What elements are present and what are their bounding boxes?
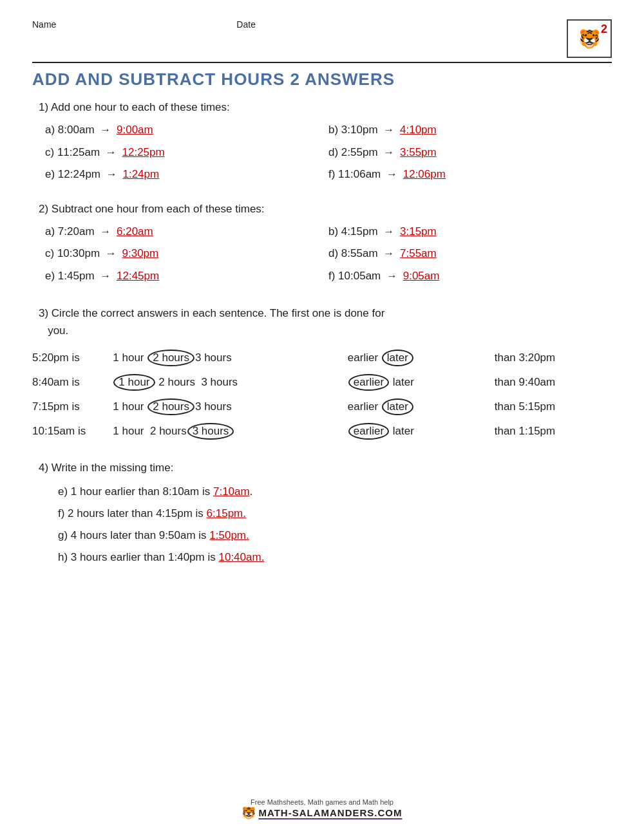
s4-item-e: e) 1 hour earlier than 8:10am is 7:10am. <box>58 481 612 503</box>
table-row: 7:15pm is 1 hour 2 hours3 hours earlier … <box>32 395 612 419</box>
section2: 2) Subtract one hour from each of these … <box>32 203 612 286</box>
section1-grid: a) 8:00am → 9:00am b) 3:10pm → 4:10pm c)… <box>45 120 612 185</box>
section2-grid: a) 7:20am → 6:20am b) 4:15pm → 3:15pm c)… <box>45 222 612 286</box>
s2-ans-d: 7:55am <box>400 247 437 259</box>
rel2: later <box>393 376 414 388</box>
opt1: 1 hour <box>113 425 144 437</box>
rel2: later <box>393 425 414 437</box>
section3-table: 5:20pm is 1 hour 2 hours3 hours earlier … <box>32 346 612 444</box>
rel-cell: earlier later <box>348 419 495 444</box>
rel-cell: earlier later <box>348 346 495 370</box>
time-cell: 7:15pm is <box>32 395 113 419</box>
footer-brand: MATH-SALAMANDERS.COM <box>258 807 402 819</box>
s4-ans-f: 6:15pm. <box>207 507 246 519</box>
result-cell: than 9:40am <box>495 370 612 395</box>
s1-row-c: c) 11:25am → 12:25pm <box>45 143 328 163</box>
rel2-circled: later <box>382 398 413 415</box>
opt3: 3 hours <box>201 376 238 388</box>
s2-row-a: a) 7:20am → 6:20am <box>45 222 328 242</box>
opt2: 2 hours <box>150 425 187 437</box>
name-date-labels: Name Date <box>32 19 256 30</box>
section1: 1) Add one hour to each of these times: … <box>32 101 612 185</box>
s1-ans-d: 3:55pm <box>400 146 437 158</box>
logo-num: 2 <box>601 23 607 36</box>
s2-ans-f: 9:05am <box>403 270 440 282</box>
opt2-circled: 2 hours <box>147 350 194 366</box>
opt3: 3 hours <box>195 351 232 364</box>
logo-icon: 🐯 <box>578 28 601 50</box>
section4-list: e) 1 hour earlier than 8:10am is 7:10am.… <box>45 481 612 568</box>
date-label: Date <box>236 19 256 30</box>
s4-item-f: f) 2 hours later than 4:15pm is 6:15pm. <box>58 503 612 525</box>
result-cell: than 5:15pm <box>495 395 612 419</box>
opt1: 1 hour <box>113 400 144 413</box>
s2-row-d: d) 8:55am → 7:55am <box>328 244 612 264</box>
s2-ans-c: 9:30pm <box>122 247 159 259</box>
opt1: 1 hour <box>113 351 144 364</box>
s1-row-d: d) 2:55pm → 3:55pm <box>328 143 612 163</box>
s1-ans-e: 1:24pm <box>122 168 159 180</box>
section4-heading: 4) Write in the missing time: <box>39 462 612 474</box>
table-row: 10:15am is 1 hour 2 hours3 hours earlier… <box>32 419 612 444</box>
options-cell: 1 hour 2 hours3 hours <box>113 346 348 370</box>
s2-row-e: e) 1:45pm → 12:45pm <box>45 267 328 286</box>
s1-row-b: b) 3:10pm → 4:10pm <box>328 120 612 140</box>
s1-row-e: e) 12:24pm → 1:24pm <box>45 165 328 185</box>
footer-tagline: Free Mathsheets, Math games and Math hel… <box>251 798 393 806</box>
name-label: Name <box>32 19 56 30</box>
footer-brand-text: ATH-SALAMANDERS.COM <box>267 807 402 818</box>
rel1-circled: earlier <box>348 374 389 391</box>
footer-math-icon: 🐯 <box>242 806 256 820</box>
s1-ans-a: 9:00am <box>117 124 153 136</box>
rel1-circled: earlier <box>348 423 389 440</box>
time-cell: 10:15am is <box>32 419 113 444</box>
rel1: earlier <box>348 351 378 364</box>
opt1-circled: 1 hour <box>113 374 155 391</box>
s2-row-c: c) 10:30pm → 9:30pm <box>45 244 328 264</box>
opt3: 3 hours <box>195 400 232 413</box>
s4-item-h: h) 3 hours earlier than 1:40pm is 10:40a… <box>58 547 612 568</box>
s2-row-f: f) 10:05am → 9:05am <box>328 267 612 286</box>
rel1: earlier <box>348 400 378 413</box>
top-bar: Name Date 2 🐯 <box>32 19 612 63</box>
footer: Free Mathsheets, Math games and Math hel… <box>242 798 402 820</box>
rel-cell: earlier later <box>348 370 495 395</box>
rel-cell: earlier later <box>348 395 495 419</box>
s4-ans-e: 7:10am <box>213 485 250 498</box>
result-cell: than 1:15pm <box>495 419 612 444</box>
opt2: 2 hours <box>158 376 195 388</box>
table-row: 8:40am is 1 hour 2 hours 3 hours earlier… <box>32 370 612 395</box>
options-cell: 1 hour 2 hours3 hours <box>113 395 348 419</box>
section1-heading: 1) Add one hour to each of these times: <box>39 101 612 114</box>
s1-row-f: f) 11:06am → 12:06pm <box>328 165 612 185</box>
s1-ans-f: 12:06pm <box>403 168 446 180</box>
s1-ans-b: 4:10pm <box>400 124 437 136</box>
section3-heading: 3) Circle the correct answers in each se… <box>39 304 612 339</box>
section3: 3) Circle the correct answers in each se… <box>32 304 612 444</box>
footer-logo: Free Mathsheets, Math games and Math hel… <box>242 798 402 820</box>
page-title: ADD AND SUBTRACT HOURS 2 ANSWERS <box>32 70 612 89</box>
options-cell: 1 hour 2 hours 3 hours <box>113 370 348 395</box>
s4-item-g: g) 4 hours later than 9:50am is 1:50pm. <box>58 525 612 547</box>
rel2-circled: later <box>382 350 413 366</box>
s2-ans-e: 12:45pm <box>117 270 159 282</box>
time-cell: 8:40am is <box>32 370 113 395</box>
opt2-circled: 2 hours <box>147 398 194 415</box>
s1-row-a: a) 8:00am → 9:00am <box>45 120 328 140</box>
logo-box: 2 🐯 <box>567 19 612 58</box>
section2-heading: 2) Subtract one hour from each of these … <box>39 203 612 216</box>
s4-ans-h: 10:40am. <box>218 551 264 563</box>
time-cell: 5:20pm is <box>32 346 113 370</box>
opt3-circled: 3 hours <box>187 423 234 440</box>
section4: 4) Write in the missing time: e) 1 hour … <box>32 462 612 568</box>
options-cell: 1 hour 2 hours3 hours <box>113 419 348 444</box>
s2-row-b: b) 4:15pm → 3:15pm <box>328 222 612 242</box>
result-cell: than 3:20pm <box>495 346 612 370</box>
s1-ans-c: 12:25pm <box>122 146 165 158</box>
s2-ans-a: 6:20am <box>117 225 153 238</box>
s2-ans-b: 3:15pm <box>400 225 437 238</box>
table-row: 5:20pm is 1 hour 2 hours3 hours earlier … <box>32 346 612 370</box>
s4-ans-g: 1:50pm. <box>209 529 249 541</box>
